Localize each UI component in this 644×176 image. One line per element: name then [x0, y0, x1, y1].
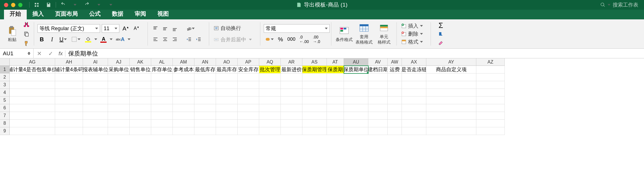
cell-AJ9[interactable]: [108, 127, 130, 135]
cell-AK7[interactable]: [130, 112, 151, 120]
font-size-combo[interactable]: 11: [102, 24, 119, 33]
number-format-combo[interactable]: 常规: [264, 24, 330, 33]
cell-AG8[interactable]: [10, 120, 55, 127]
cell-AP8[interactable]: [238, 120, 259, 127]
cell-AX9[interactable]: [402, 127, 426, 135]
increase-decimal-button[interactable]: .0←.00: [298, 35, 310, 44]
cell-AK1[interactable]: 销售单位: [130, 66, 151, 73]
cell-AQ8[interactable]: [259, 120, 281, 127]
comma-format-button[interactable]: 000: [286, 35, 297, 44]
cell-AN4[interactable]: [194, 89, 216, 97]
cell-AI9[interactable]: [83, 127, 108, 135]
cell-AW8[interactable]: [388, 120, 402, 127]
cell-AL7[interactable]: [151, 112, 173, 120]
cell-AI2[interactable]: [83, 73, 108, 81]
cell-AP7[interactable]: [238, 112, 259, 120]
cell-AM2[interactable]: [173, 73, 194, 81]
cell-AI6[interactable]: [83, 104, 108, 112]
cell-AV4[interactable]: [368, 89, 388, 97]
format-as-table-button[interactable]: 套用 表格格式: [355, 23, 373, 45]
format-cells-button[interactable]: 格式: [400, 38, 427, 46]
cell-AY2[interactable]: [426, 73, 476, 81]
align-bottom-button[interactable]: [171, 24, 179, 33]
cell-AI4[interactable]: [83, 89, 108, 97]
cell-AZ3[interactable]: [476, 81, 505, 89]
cell-AT6[interactable]: [327, 104, 344, 112]
cell-AR1[interactable]: 最新进价: [281, 66, 302, 73]
cell-AH9[interactable]: [55, 127, 83, 135]
cell-AP1[interactable]: 安全库存: [238, 66, 259, 73]
cell-AZ5[interactable]: [476, 97, 505, 104]
cell-AZ2[interactable]: [476, 73, 505, 81]
cell-AV6[interactable]: [368, 104, 388, 112]
cell-AZ9[interactable]: [476, 127, 505, 135]
orientation-button[interactable]: ab: [185, 24, 196, 33]
column-header-AX[interactable]: AX: [402, 58, 426, 66]
font-color-button[interactable]: A: [99, 35, 108, 44]
align-middle-button[interactable]: [161, 24, 169, 33]
cell-AM3[interactable]: [173, 81, 194, 89]
cell-AX8[interactable]: [402, 120, 426, 127]
cell-AM7[interactable]: [173, 112, 194, 120]
font-name-combo[interactable]: 等线 Regular (正文): [38, 24, 100, 33]
cell-AJ2[interactable]: [108, 73, 130, 81]
cell-AG3[interactable]: [10, 81, 55, 89]
copy-button[interactable]: [22, 30, 31, 38]
cell-AJ5[interactable]: [108, 97, 130, 104]
cell-AS8[interactable]: [302, 120, 327, 127]
row-header-3[interactable]: 3: [0, 81, 10, 89]
cell-AX4[interactable]: [402, 89, 426, 97]
cell-AR6[interactable]: [281, 104, 302, 112]
cell-AH5[interactable]: [55, 97, 83, 104]
cell-AI3[interactable]: [83, 81, 108, 89]
wrap-text-button[interactable]: 自动换行: [213, 24, 257, 32]
column-header-AK[interactable]: AK: [130, 58, 151, 66]
column-header-AM[interactable]: AM: [173, 58, 194, 66]
cell-AQ6[interactable]: [259, 104, 281, 112]
cell-AH8[interactable]: [55, 120, 83, 127]
cell-AP9[interactable]: [238, 127, 259, 135]
row-header-6[interactable]: 6: [0, 104, 10, 112]
row-header-2[interactable]: 2: [0, 73, 10, 81]
cut-button[interactable]: [22, 20, 31, 28]
cell-AR5[interactable]: [281, 97, 302, 104]
cell-AH1[interactable]: 辅计量4条码: [55, 66, 83, 73]
cell-AW1[interactable]: 运费: [388, 66, 402, 73]
tab-审阅[interactable]: 审阅: [129, 8, 152, 19]
increase-indent-button[interactable]: [194, 35, 203, 44]
cell-AY8[interactable]: [426, 120, 476, 127]
cell-AK3[interactable]: [130, 81, 151, 89]
save-icon[interactable]: [44, 1, 53, 9]
home-icon[interactable]: [32, 1, 41, 9]
cell-AW6[interactable]: [388, 104, 402, 112]
cell-AU9[interactable]: [344, 127, 368, 135]
column-header-AW[interactable]: AW: [388, 58, 402, 66]
column-header-AR[interactable]: AR: [281, 58, 302, 66]
cell-AO9[interactable]: [216, 127, 238, 135]
cell-AK5[interactable]: [130, 97, 151, 104]
cell-AY1[interactable]: 商品自定义项: [426, 66, 476, 73]
cell-AU7[interactable]: [344, 112, 368, 120]
cell-AY9[interactable]: [426, 127, 476, 135]
cell-AM8[interactable]: [173, 120, 194, 127]
column-header-AG[interactable]: AG: [10, 58, 55, 66]
cell-AK9[interactable]: [130, 127, 151, 135]
cell-AL4[interactable]: [151, 89, 173, 97]
row-header-8[interactable]: 8: [0, 120, 10, 127]
row-header-9[interactable]: 9: [0, 127, 10, 135]
underline-button[interactable]: U: [58, 35, 68, 44]
column-header-AL[interactable]: AL: [151, 58, 173, 66]
cell-AJ1[interactable]: 采购单位: [108, 66, 130, 73]
spreadsheet-grid[interactable]: AGAHAIAJAKALAMANAOAPAQARASATAUAVAWAXAYAZ…: [0, 58, 644, 135]
cell-AN5[interactable]: [194, 97, 216, 104]
cell-AI5[interactable]: [83, 97, 108, 104]
cell-AG9[interactable]: [10, 127, 55, 135]
cell-AZ8[interactable]: [476, 120, 505, 127]
cell-AW4[interactable]: [388, 89, 402, 97]
cell-AG7[interactable]: [10, 112, 55, 120]
cell-AP3[interactable]: [238, 81, 259, 89]
cell-AP4[interactable]: [238, 89, 259, 97]
cell-AU3[interactable]: [344, 81, 368, 89]
cell-AN6[interactable]: [194, 104, 216, 112]
cell-AT8[interactable]: [327, 120, 344, 127]
